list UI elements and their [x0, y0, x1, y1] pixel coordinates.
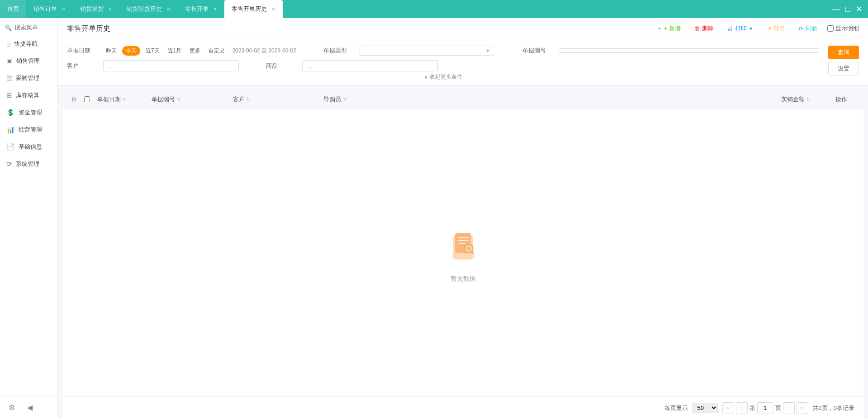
refresh-button[interactable]: ⟳ 刷新: [795, 23, 821, 34]
date-opt-custom[interactable]: 自定义: [206, 46, 228, 56]
export-button[interactable]: ↗ 导出: [763, 23, 789, 34]
sidebar-item-finance[interactable]: 💲 资金管理: [0, 104, 57, 121]
th-amount[interactable]: 实销金额 ⇅: [778, 95, 832, 104]
search-icon: 🔍: [5, 24, 12, 31]
sidebar-item-inventory[interactable]: ⊞ 库存核算: [0, 87, 57, 104]
tab-retail-open-history[interactable]: 零售开单历史 ✕: [224, 0, 283, 18]
page-total: 共0页，0条记录: [813, 404, 854, 412]
sidebar-item-system[interactable]: ⟳ 系统管理: [0, 155, 57, 173]
pagination-bar: 每页显示 50 10 20 100 « ‹ 第 页 › » 共0页，0条记录: [62, 396, 863, 419]
sidebar-settings-btn[interactable]: ⚙: [5, 400, 19, 414]
th-action: 操作: [832, 95, 859, 104]
tab-sales-order[interactable]: 销售订单 ✕: [26, 0, 73, 18]
tab-retail-open[interactable]: 零售开单 ✕: [178, 0, 224, 18]
table-settings-btn[interactable]: ⚙: [67, 93, 81, 106]
query-buttons: 查询 设置: [828, 46, 859, 75]
delete-button[interactable]: 🗑 删除: [691, 23, 717, 34]
close-tab-sales-return[interactable]: ✕: [108, 6, 112, 12]
customer-input[interactable]: ...: [103, 60, 239, 71]
basic-icon: 📄: [6, 143, 15, 151]
select-all-checkbox[interactable]: [84, 96, 90, 102]
sidebar-item-sales[interactable]: ▣ 销售管理: [0, 52, 57, 70]
system-icon: ⟳: [6, 160, 12, 168]
toolbar-actions: ＋ + 新增 🗑 删除 🖨 打印 ▼ ↗ 导出 ⟳: [653, 23, 859, 34]
minimize-btn[interactable]: —: [832, 5, 840, 14]
setting-button[interactable]: 设置: [828, 62, 859, 75]
refresh-icon: ⟳: [799, 25, 804, 32]
customer-label: 客户: [67, 62, 94, 70]
tab-home[interactable]: 首页: [0, 0, 26, 18]
sort-guide-icon: ⇅: [343, 97, 346, 102]
query-button[interactable]: 查询: [828, 46, 859, 59]
empty-illustration: [441, 222, 486, 268]
filter-row-2: 客户 ... 商品 ...: [67, 60, 819, 71]
tab-sales-return-history[interactable]: 销货退货历史 ✕: [119, 0, 178, 18]
sidebar-search[interactable]: 🔍 搜索菜单: [0, 18, 57, 35]
th-num[interactable]: 单据编号 ⇅: [148, 95, 229, 104]
tab-sales-return[interactable]: 销货退货 ✕: [73, 0, 119, 18]
show-detail-checkbox[interactable]: [827, 25, 834, 32]
finance-icon: 💲: [6, 108, 15, 117]
maximize-btn[interactable]: □: [845, 5, 850, 14]
goods-label: 商品: [266, 62, 293, 70]
close-tab-sales-order[interactable]: ✕: [62, 6, 66, 12]
date-label: 单据日期: [67, 47, 94, 55]
last-page-btn[interactable]: »: [797, 402, 808, 414]
sidebar-bottom: ⚙ ◀: [0, 395, 57, 419]
content-area: 零售开单历史 ＋ + 新增 🗑 删除 🖨 打印 ▼ ↗ 导出: [58, 18, 868, 419]
tab-bar: 首页 销售订单 ✕ 销货退货 ✕ 销货退货历史 ✕ 零售开单 ✕ 零售开单历史 …: [0, 0, 868, 18]
print-icon: 🖨: [727, 25, 733, 32]
add-icon: ＋: [656, 24, 662, 33]
sidebar-item-purchase[interactable]: ☰ 采购管理: [0, 70, 57, 87]
date-opt-more[interactable]: 更多: [187, 46, 203, 56]
operation-icon: 📊: [6, 126, 15, 134]
prev-page-btn[interactable]: ‹: [736, 402, 748, 414]
th-customer[interactable]: 客户 ⇅: [229, 95, 320, 104]
close-tab-retail-open[interactable]: ✕: [213, 6, 217, 12]
sort-customer-icon: ⇅: [247, 97, 250, 102]
doc-type-select[interactable]: ▼: [360, 46, 495, 56]
date-opt-yesterday[interactable]: 昨天: [103, 46, 119, 56]
sales-icon: ▣: [6, 57, 13, 65]
date-opt-1month[interactable]: 近1月: [165, 46, 185, 56]
add-button[interactable]: ＋ + 新增: [653, 23, 684, 34]
date-opt-7days[interactable]: 近7天: [143, 46, 162, 56]
date-range: 2023-06-02 至 2023-06-02: [232, 47, 296, 55]
table-area: ⚙ 单据日期 ⇅ 单据编号 ⇅ 客户 ⇅ 导购员 ⇅: [62, 90, 863, 396]
doc-type-dropdown-icon: ▼: [485, 48, 490, 53]
sidebar: 🔍 搜索菜单 ⌂ 快捷导航 ▣ 销售管理 ☰ 采购管理 ⊞ 库存核算 💲 资金管…: [0, 18, 58, 419]
nav-icon: ⌂: [6, 40, 10, 48]
page-input[interactable]: [757, 402, 773, 414]
doc-type-label: 单据类型: [323, 47, 351, 55]
toolbar: 零售开单历史 ＋ + 新增 🗑 删除 🖨 打印 ▼ ↗ 导出: [58, 18, 868, 39]
collapse-button[interactable]: ∧ 收起更多条件: [67, 71, 819, 81]
collapse-icon: ∧: [424, 74, 428, 80]
inventory-icon: ⊞: [6, 91, 12, 99]
goods-input[interactable]: ...: [302, 60, 438, 71]
date-opt-today[interactable]: 今天: [122, 46, 140, 56]
doc-num-label: 单据编号: [522, 47, 550, 55]
show-detail-toggle[interactable]: 显示明细: [827, 24, 859, 33]
table-header: ⚙ 单据日期 ⇅ 单据编号 ⇅ 客户 ⇅ 导购员 ⇅: [62, 90, 863, 108]
sidebar-item-nav[interactable]: ⌂ 快捷导航: [0, 35, 57, 52]
close-tab-retail-open-history[interactable]: ✕: [271, 6, 275, 12]
th-date[interactable]: 单据日期 ⇅: [94, 95, 148, 104]
per-page-select[interactable]: 50 10 20 100: [693, 403, 718, 413]
empty-state: 暂无数据: [62, 108, 863, 396]
next-page-btn[interactable]: ›: [783, 402, 795, 414]
page-title: 零售开单历史: [67, 24, 110, 33]
th-guide[interactable]: 导购员 ⇅: [320, 95, 374, 104]
window-controls: — □ ✕: [832, 4, 863, 14]
sidebar-item-basic[interactable]: 📄 基础信息: [0, 138, 57, 155]
sidebar-item-operation[interactable]: 📊 经营管理: [0, 121, 57, 138]
first-page-btn[interactable]: «: [722, 402, 734, 414]
empty-text: 暂无数据: [451, 275, 476, 283]
sort-amount-icon: ⇅: [806, 97, 810, 102]
print-button[interactable]: 🖨 打印 ▼: [724, 23, 757, 34]
close-tab-sales-return-history[interactable]: ✕: [166, 6, 171, 12]
sidebar-collapse-btn[interactable]: ◀: [23, 400, 37, 414]
doc-num-input[interactable]: [559, 48, 819, 53]
close-btn[interactable]: ✕: [856, 4, 863, 14]
per-page-label: 每页显示: [664, 404, 688, 412]
export-icon: ↗: [767, 25, 772, 32]
